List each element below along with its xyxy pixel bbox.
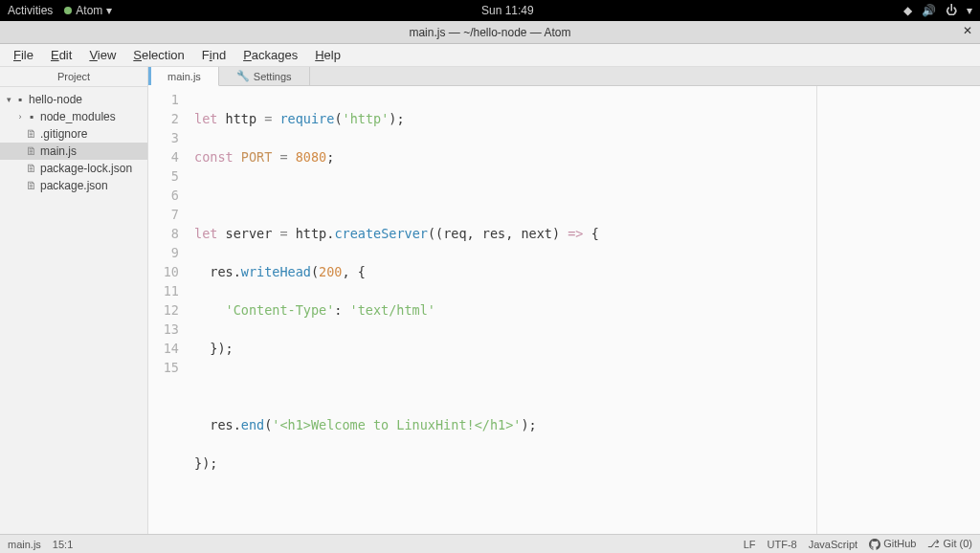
window-title: main.js — ~/hello-node — Atom (409, 26, 570, 39)
tree-item-label: package.json (40, 179, 108, 192)
status-github[interactable]: GitHub (869, 538, 916, 550)
activities-button[interactable]: Activities (8, 4, 53, 17)
window-close-button[interactable]: ✕ (963, 24, 972, 37)
line-number-gutter: 123456789101112131415 (148, 86, 187, 534)
tree-item-node-modules[interactable]: › ▪ node_modules (0, 108, 147, 125)
network-icon[interactable]: ◆ (903, 4, 912, 17)
tab-settings[interactable]: 🔧Settings (219, 67, 310, 85)
volume-icon[interactable]: 🔊 (922, 4, 936, 17)
folder-icon: ▪ (13, 93, 27, 106)
tree-item-gitignore[interactable]: 🗎 .gitignore (0, 125, 147, 143)
menu-view[interactable]: View (81, 46, 123, 64)
window-title-bar: main.js — ~/hello-node — Atom ✕ (0, 21, 980, 44)
folder-icon: ▪ (25, 110, 38, 123)
power-icon[interactable]: ⏻ (946, 4, 957, 17)
menu-bar: File Edit View Selection Find Packages H… (0, 44, 980, 67)
menu-help[interactable]: Help (307, 46, 348, 64)
status-git[interactable]: ⎇ Git (0) (927, 538, 972, 550)
clock[interactable]: Sun 11:49 (112, 4, 903, 17)
file-icon: 🗎 (25, 127, 38, 141)
tab-label: main.js (167, 71, 201, 82)
menu-selection[interactable]: Selection (125, 46, 191, 64)
system-top-bar: Activities Atom ▾ Sun 11:49 ◆ 🔊 ⏻ ▾ (0, 0, 980, 21)
tree-root-folder[interactable]: ▾ ▪ hello-node (0, 91, 147, 108)
code-content[interactable]: let http = require('http'); const PORT =… (187, 86, 817, 534)
wrench-icon: 🔧 (236, 70, 250, 82)
tab-bar: main.js 🔧Settings (148, 67, 980, 86)
tab-mainjs[interactable]: main.js (148, 67, 219, 86)
status-language[interactable]: JavaScript (809, 539, 858, 550)
tree-item-package-json[interactable]: 🗎 package.json (0, 177, 147, 194)
editor-area: main.js 🔧Settings 123456789101112131415 … (148, 67, 980, 534)
file-icon: 🗎 (25, 162, 38, 175)
chevron-right-icon: › (15, 112, 25, 122)
code-editor[interactable]: 123456789101112131415 let http = require… (148, 86, 980, 534)
status-filename[interactable]: main.js (8, 539, 41, 550)
status-line-ending[interactable]: LF (744, 539, 756, 550)
menu-file[interactable]: File (6, 46, 41, 64)
system-menu-chevron-icon[interactable]: ▾ (967, 4, 972, 17)
menu-find[interactable]: Find (194, 46, 234, 64)
status-bar: main.js 15:1 LF UTF-8 JavaScript GitHub … (0, 534, 980, 553)
project-sidebar: Project ▾ ▪ hello-node › ▪ node_modules … (0, 67, 148, 534)
github-icon (869, 538, 880, 549)
tree-item-mainjs[interactable]: 🗎 main.js (0, 143, 147, 160)
sidebar-header: Project (0, 67, 147, 87)
git-branch-icon: ⎇ (927, 538, 940, 549)
tab-label: Settings (254, 71, 292, 82)
active-app[interactable]: Atom ▾ (64, 4, 111, 17)
tree-item-label: hello-node (29, 93, 82, 106)
tree-item-label: node_modules (40, 110, 116, 123)
tree-item-package-lock[interactable]: 🗎 package-lock.json (0, 160, 147, 177)
menu-packages[interactable]: Packages (235, 46, 305, 64)
file-icon: 🗎 (25, 144, 38, 158)
menu-edit[interactable]: Edit (43, 46, 79, 64)
status-cursor-position[interactable]: 15:1 (53, 539, 73, 550)
chevron-down-icon: ▾ (4, 95, 13, 104)
file-icon: 🗎 (25, 179, 38, 192)
tree-item-label: package-lock.json (40, 162, 132, 175)
tree-item-label: .gitignore (40, 127, 87, 141)
tree-item-label: main.js (40, 144, 77, 158)
status-encoding[interactable]: UTF-8 (768, 539, 797, 550)
